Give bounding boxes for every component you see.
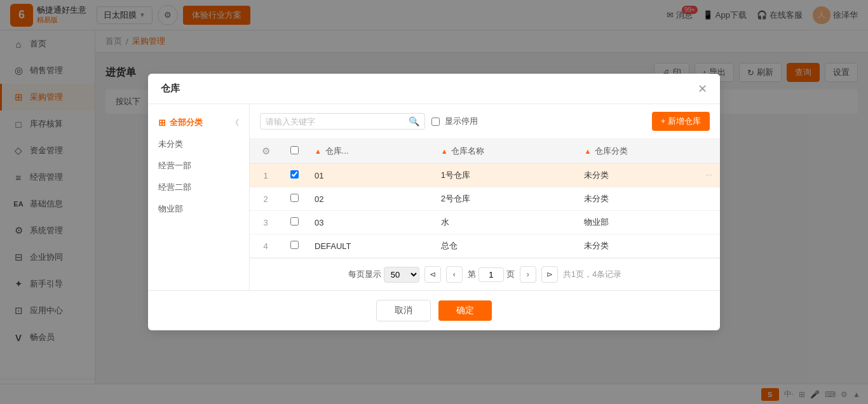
modal-title: 仓库 — [161, 83, 180, 95]
select-all-checkbox[interactable] — [290, 146, 299, 154]
search-box[interactable]: 🔍 — [260, 113, 425, 130]
pagination: 每页显示 102050100 ⊲ ‹ 第 页 › ⊳ 共1页，4条记录 — [250, 258, 720, 290]
row-name: 水 — [433, 211, 577, 234]
row-select-checkbox[interactable] — [290, 170, 299, 178]
add-warehouse-button[interactable]: + 新增仓库 — [652, 112, 710, 131]
modal-overlay: 仓库 ✕ ⊞ 全部分类 《 未分类 经营一部 经营二部 — [0, 0, 868, 404]
warehouse-modal: 仓库 ✕ ⊞ 全部分类 《 未分类 经营一部 经营二部 — [148, 74, 720, 330]
sort-icon-cat: ▲ — [584, 147, 591, 155]
row-code: 02 — [307, 187, 433, 211]
header-name[interactable]: ▲ 仓库名称 — [433, 139, 577, 164]
modal-toolbar: 🔍 显示停用 + 新增仓库 — [250, 104, 720, 139]
row-name: 2号仓库 — [433, 187, 577, 211]
modal-close-button[interactable]: ✕ — [698, 83, 707, 95]
warehouse-table: ⚙ ▲ 仓库... ▲ — [250, 139, 720, 258]
show-disabled-label: 显示停用 — [445, 116, 478, 127]
modal-footer: 取消 确定 — [148, 290, 720, 330]
row-checkbox[interactable] — [281, 164, 307, 187]
table-settings-icon[interactable]: ⚙ — [262, 145, 270, 156]
row-category: 未分类··· — [576, 164, 720, 187]
header-checkbox — [281, 139, 307, 164]
page-input-group: 第 页 — [468, 267, 515, 282]
row-checkbox[interactable] — [281, 211, 307, 234]
modal-header: 仓库 ✕ — [148, 74, 720, 104]
all-category-label: 全部分类 — [170, 117, 203, 128]
search-icon[interactable]: 🔍 — [409, 116, 419, 126]
row-select-checkbox[interactable] — [290, 217, 299, 226]
per-page-dropdown[interactable]: 102050100 — [384, 267, 419, 283]
page-unit: 页 — [506, 269, 515, 280]
row-no: 3 — [250, 211, 281, 234]
show-disabled-checkbox[interactable]: 显示停用 — [431, 116, 478, 127]
page-size-select: 每页显示 102050100 — [348, 267, 419, 283]
all-category-item[interactable]: ⊞ 全部分类 《 — [148, 112, 249, 133]
row-code: 01 — [307, 164, 433, 187]
row-name: 1号仓库 — [433, 164, 577, 187]
row-checkbox[interactable] — [281, 187, 307, 211]
last-page-button[interactable]: ⊳ — [541, 266, 558, 283]
row-code: DEFAULT — [307, 234, 433, 258]
row-select-checkbox[interactable] — [290, 241, 299, 249]
row-checkbox[interactable] — [281, 234, 307, 258]
category-item-property[interactable]: 物业部 — [148, 198, 249, 220]
search-input[interactable] — [266, 117, 409, 126]
row-category: 未分类 — [576, 234, 720, 258]
page-label: 第 — [468, 269, 476, 280]
table-row[interactable]: 3 03 水 物业部 — [250, 211, 720, 234]
warehouse-table-wrap: ⚙ ▲ 仓库... ▲ — [250, 139, 720, 258]
cancel-button[interactable]: 取消 — [376, 300, 431, 321]
table-row[interactable]: 4 DEFAULT 总仓 未分类 — [250, 234, 720, 258]
row-select-checkbox[interactable] — [290, 194, 299, 202]
next-page-button[interactable]: › — [520, 266, 536, 283]
row-category: 未分类 — [576, 187, 720, 211]
first-page-button[interactable]: ⊲ — [424, 266, 441, 283]
row-no: 1 — [250, 164, 281, 187]
category-item-unclassified[interactable]: 未分类 — [148, 133, 249, 155]
page-number-input[interactable] — [478, 267, 504, 282]
collapse-panel-button[interactable]: 《 — [231, 118, 239, 128]
row-no: 2 — [250, 187, 281, 211]
modal-right-panel: 🔍 显示停用 + 新增仓库 ⚙ — [250, 104, 720, 290]
table-header-row: ⚙ ▲ 仓库... ▲ — [250, 139, 720, 164]
category-item-ops2[interactable]: 经营二部 — [148, 177, 249, 198]
row-name: 总仓 — [433, 234, 577, 258]
row-code: 03 — [307, 211, 433, 234]
per-page-label: 每页显示 — [348, 269, 381, 280]
table-row[interactable]: 1 01 1号仓库 未分类··· — [250, 164, 720, 187]
table-row[interactable]: 2 02 2号仓库 未分类 — [250, 187, 720, 211]
row-no: 4 — [250, 234, 281, 258]
header-code[interactable]: ▲ 仓库... — [307, 139, 433, 164]
sort-icon: ▲ — [315, 147, 322, 155]
row-category: 物业部 — [576, 211, 720, 234]
category-item-ops1[interactable]: 经营一部 — [148, 155, 249, 177]
header-category[interactable]: ▲ 仓库分类 — [576, 139, 720, 164]
total-info: 共1页，4条记录 — [563, 269, 621, 280]
row-more-button[interactable]: ··· — [705, 170, 712, 179]
show-disabled-input[interactable] — [431, 118, 440, 126]
confirm-button[interactable]: 确定 — [438, 300, 492, 321]
sort-icon-name: ▲ — [441, 147, 448, 155]
modal-body: ⊞ 全部分类 《 未分类 经营一部 经营二部 物业部 — [148, 104, 720, 290]
grid-icon: ⊞ — [158, 118, 166, 128]
header-settings: ⚙ — [250, 139, 281, 164]
category-panel: ⊞ 全部分类 《 未分类 经营一部 经营二部 物业部 — [148, 104, 250, 290]
prev-page-button[interactable]: ‹ — [446, 266, 463, 283]
